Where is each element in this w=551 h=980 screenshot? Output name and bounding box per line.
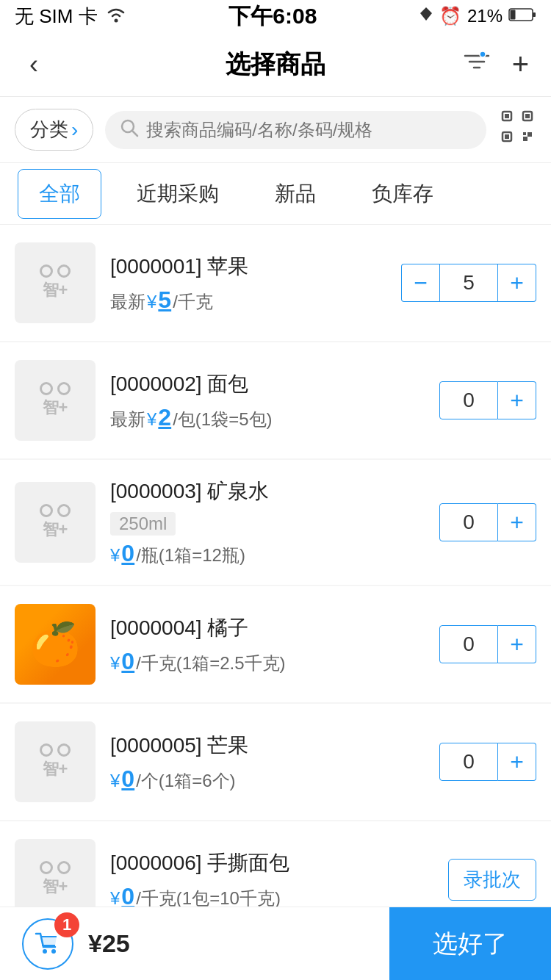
battery-icon [508,6,536,26]
price-label: 最新 [110,408,145,431]
quantity-input[interactable] [439,743,498,781]
price-unit: /千克 [173,290,213,314]
svg-rect-3 [510,10,515,20]
product-info: [0000002] 面包 最新 ¥ 2 /包(1袋=5包) [110,370,425,431]
tab-negative[interactable]: 负库存 [351,170,454,218]
search-input[interactable] [146,120,472,140]
price-value: 0 [121,648,134,675]
no-sim-text: 无 SIM 卡 [15,4,98,29]
product-name: [0000006] 手撕面包 [110,849,433,877]
location-icon [419,6,433,26]
product-image: 智+ [15,721,96,802]
product-info: [0000003] 矿泉水 250ml ¥ 0 /瓶(1箱=12瓶) [110,478,425,567]
wifi-icon [105,5,127,28]
record-batch-button[interactable]: 录批次 [448,859,536,901]
tab-all[interactable]: 全部 [18,169,101,219]
nav-right-icons: + [464,48,529,81]
price-value: 0 [121,883,134,910]
add-icon[interactable]: + [512,48,529,81]
filter-icon[interactable] [464,50,490,79]
alarm-icon: ⏰ [439,6,461,26]
category-button[interactable]: 分类 › [15,109,93,151]
quantity-input[interactable] [439,625,498,663]
cart-badge: 1 [54,912,79,937]
list-item: 🍊 [0000004] 橘子 ¥ 0 /千克(1箱=2.5千克) + [0,586,551,702]
product-price: ¥ 0 /个(1箱=6个) [110,765,425,793]
svg-point-19 [43,949,47,954]
quantity-increase-button[interactable]: + [498,264,536,302]
price-unit: /包(1袋=5包) [173,408,272,431]
price-yen: ¥ [110,888,120,909]
price-unit: /千克(1箱=2.5千克) [136,652,285,675]
quantity-increase-button[interactable]: + [498,625,536,663]
price-value: 0 [121,540,134,567]
quantity-control: + [439,743,536,781]
price-value: 2 [158,404,171,431]
svg-rect-13 [505,114,509,118]
list-item: 智+ [0000005] 芒果 ¥ 0 /个(1箱=6个) + [0,704,551,820]
product-list: 智+ [0000001] 苹果 最新 ¥ 5 /千克 − + [0,225,551,980]
product-image: 智+ [15,482,96,563]
list-item: 智+ [0000003] 矿泉水 250ml ¥ 0 /瓶(1箱=12瓶) + [0,460,551,585]
filter-row: 分类 › [0,97,551,163]
back-button[interactable]: ‹ [22,42,46,87]
svg-rect-2 [533,12,536,17]
scan-icon[interactable] [498,110,536,149]
product-info: [0000001] 苹果 最新 ¥ 5 /千克 [110,253,386,314]
quantity-input[interactable] [439,264,498,302]
confirm-button[interactable]: 选好了 [389,907,551,981]
quantity-increase-button[interactable]: + [498,743,536,781]
page-title: 选择商品 [226,48,325,82]
quantity-increase-button[interactable]: + [498,503,536,541]
product-price: ¥ 0 /千克(1箱=2.5千克) [110,648,425,675]
category-arrow: › [71,118,78,142]
product-name: [0000001] 苹果 [110,253,386,281]
svg-rect-16 [523,132,526,135]
product-info: [0000006] 手撕面包 ¥ 0 /千克(1包=10千克) [110,849,433,910]
product-name: [0000003] 矿泉水 [110,478,425,505]
bottom-bar: 1 ¥25 选好了 [0,907,551,980]
search-box [105,111,486,149]
product-image: 🍊 [15,604,96,685]
search-icon [120,118,139,142]
price-unit: /个(1箱=6个) [136,769,235,793]
product-info: [0000005] 芒果 ¥ 0 /个(1箱=6个) [110,732,425,793]
list-item: 智+ [0000002] 面包 最新 ¥ 2 /包(1袋=5包) + [0,342,551,458]
price-unit: /瓶(1箱=12瓶) [136,544,245,567]
product-price: ¥ 0 /瓶(1箱=12瓶) [110,540,425,567]
product-spec: 250ml [110,512,176,536]
svg-rect-18 [523,137,527,141]
product-image: 智+ [15,242,96,323]
price-label: 最新 [110,290,145,314]
cart-section: 1 ¥25 [0,918,389,970]
svg-rect-14 [525,114,530,118]
svg-point-20 [51,949,56,954]
quantity-input[interactable] [439,503,498,541]
price-yen: ¥ [110,771,120,791]
status-bar: 无 SIM 卡 下午6:08 ⏰ 21% [0,0,551,32]
tab-new[interactable]: 新品 [254,170,336,218]
list-item: 智+ [0000001] 苹果 最新 ¥ 5 /千克 − + [0,225,551,341]
quantity-decrease-button[interactable]: − [401,264,439,302]
price-yen: ¥ [147,292,156,312]
quantity-increase-button[interactable]: + [498,381,536,419]
quantity-control: + [439,503,536,541]
tabs-row: 全部 近期采购 新品 负库存 [0,163,551,225]
product-price: ¥ 0 /千克(1包=10千克) [110,883,433,910]
product-price: 最新 ¥ 5 /千克 [110,287,386,314]
status-left: 无 SIM 卡 [15,4,127,29]
product-name: [0000002] 面包 [110,370,425,398]
quantity-control: − + [401,264,536,302]
svg-point-7 [480,51,486,57]
cart-icon[interactable]: 1 [22,918,73,970]
svg-rect-17 [527,132,532,137]
quantity-input[interactable] [439,381,498,419]
nav-bar: ‹ 选择商品 + [0,32,551,97]
tab-recent[interactable]: 近期采购 [116,170,240,218]
price-value: 0 [121,765,134,793]
product-info: [0000004] 橘子 ¥ 0 /千克(1箱=2.5千克) [110,614,425,675]
status-time: 下午6:08 [228,1,317,32]
price-yen: ¥ [147,409,156,430]
category-label: 分类 [30,117,68,143]
quantity-control: + [439,625,536,663]
